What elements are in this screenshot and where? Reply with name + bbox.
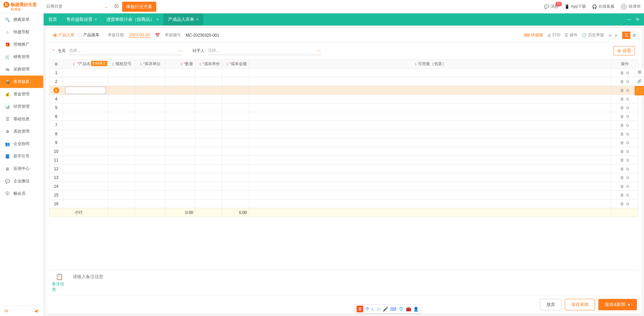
cell-name[interactable] bbox=[63, 69, 108, 77]
table-row[interactable]: 12🗑⧉ bbox=[50, 165, 638, 173]
sidebar-item-3[interactable]: 🛒销售管理 bbox=[0, 51, 43, 63]
settings-button[interactable]: ⚙ 设置 bbox=[613, 46, 635, 55]
cell-name[interactable] bbox=[63, 103, 108, 112]
cell-qty[interactable] bbox=[165, 130, 196, 138]
table-row[interactable]: 11🗑⧉ bbox=[50, 156, 638, 165]
warehouse-select[interactable]: 选择... ⋯ bbox=[68, 46, 182, 55]
cell-available[interactable] bbox=[249, 199, 611, 208]
save-draft-button[interactable]: 保存草稿 bbox=[565, 299, 595, 310]
cell-unit[interactable] bbox=[135, 121, 165, 130]
sidebar-settings-icon[interactable]: ⚙ bbox=[5, 309, 8, 313]
cell-price[interactable] bbox=[196, 121, 222, 130]
print-button[interactable]: 🖨 打印 bbox=[547, 32, 560, 38]
cell-available[interactable] bbox=[249, 138, 611, 147]
table-row[interactable]: 15🗑⧉ bbox=[50, 191, 638, 199]
delete-row-icon[interactable]: 🗑 bbox=[620, 97, 624, 101]
table-row[interactable]: 4🗑⧉ bbox=[50, 95, 638, 103]
sidebar-item-0[interactable]: 🔍搜索菜单 bbox=[0, 13, 43, 26]
sidebar-item-5[interactable]: 📦库存核算 bbox=[0, 76, 43, 88]
cell-available[interactable] bbox=[249, 173, 611, 182]
copy-row-icon[interactable]: ⧉ bbox=[626, 123, 629, 128]
cell-price[interactable] bbox=[196, 191, 222, 199]
delete-row-icon[interactable]: 🗑 bbox=[620, 88, 624, 93]
copy-row-icon[interactable]: ⧉ bbox=[626, 175, 629, 180]
cell-name[interactable] bbox=[63, 173, 108, 182]
float-item-1[interactable]: ▦ bbox=[635, 67, 644, 77]
cell-amount[interactable] bbox=[222, 173, 249, 182]
cell-amount[interactable] bbox=[222, 165, 249, 173]
cell-available[interactable] bbox=[249, 121, 611, 130]
table-row[interactable]: 2🗑⧉ bbox=[50, 77, 638, 86]
cell-unit[interactable] bbox=[135, 182, 165, 191]
cell-spec[interactable] bbox=[108, 103, 135, 112]
delete-row-icon[interactable]: 🗑 bbox=[620, 71, 624, 75]
delete-row-icon[interactable]: 🗑 bbox=[620, 79, 624, 84]
cell-price[interactable] bbox=[196, 138, 222, 147]
sidebar-item-2[interactable]: 🎁营销推广 bbox=[0, 38, 43, 51]
col-price[interactable]: ▲▼*成本单价 bbox=[196, 60, 222, 69]
cell-unit[interactable] bbox=[135, 165, 165, 173]
cell-available[interactable] bbox=[249, 103, 611, 112]
sidebar-item-4[interactable]: 🛍采购管理 bbox=[0, 63, 43, 76]
cell-qty[interactable] bbox=[165, 191, 196, 199]
cell-name[interactable] bbox=[63, 95, 108, 103]
col-available[interactable]: ▲▼可用量（包装） bbox=[249, 60, 611, 69]
cell-name[interactable] bbox=[63, 138, 108, 147]
remarks-input[interactable] bbox=[69, 270, 638, 288]
cell-unit[interactable] bbox=[135, 103, 165, 112]
ime-toolbox-icon[interactable]: 🧰 bbox=[406, 307, 411, 312]
copy-row-icon[interactable]: ⧉ bbox=[626, 167, 629, 171]
product-name-input[interactable] bbox=[65, 87, 106, 94]
table-row[interactable]: 13🗑⧉ bbox=[50, 173, 638, 182]
cell-available[interactable] bbox=[249, 191, 611, 199]
table-row[interactable]: 8🗑⧉ bbox=[50, 130, 638, 138]
cell-qty[interactable] bbox=[165, 182, 196, 191]
cell-qty[interactable] bbox=[165, 86, 196, 95]
sidebar-item-9[interactable]: ⚙系统管理 bbox=[0, 125, 43, 138]
cell-price[interactable] bbox=[196, 86, 222, 95]
scan-entry-badge[interactable]: 扫码录入 bbox=[91, 61, 107, 66]
cell-qty[interactable] bbox=[165, 138, 196, 147]
ime-punct-icon[interactable]: •, bbox=[372, 307, 374, 312]
cell-price[interactable] bbox=[196, 182, 222, 191]
sidebar-item-1[interactable]: ⌂快捷导航 bbox=[0, 26, 43, 38]
cell-amount[interactable] bbox=[222, 191, 249, 199]
delete-row-icon[interactable]: 🗑 bbox=[620, 184, 624, 189]
delete-row-icon[interactable]: 🗑 bbox=[620, 132, 624, 136]
cell-available[interactable] bbox=[249, 95, 611, 103]
close-icon[interactable]: × bbox=[156, 17, 159, 22]
handler-select[interactable]: 选择... ⋯ bbox=[207, 46, 321, 55]
history-button[interactable]: 🕘 历史单据 bbox=[582, 32, 604, 38]
cell-name[interactable] bbox=[63, 191, 108, 199]
cell-unit[interactable] bbox=[135, 199, 165, 208]
cell-spec[interactable] bbox=[108, 165, 135, 173]
cell-price[interactable] bbox=[196, 147, 222, 156]
cell-spec[interactable] bbox=[108, 191, 135, 199]
cell-price[interactable] bbox=[196, 165, 222, 173]
app-download-button[interactable]: 📱 App下载 bbox=[565, 4, 586, 9]
cell-qty[interactable] bbox=[165, 156, 196, 165]
discard-button[interactable]: 放弃 bbox=[540, 299, 561, 310]
radio-product-in[interactable]: 产品入库 bbox=[53, 32, 74, 38]
user-menu[interactable]: 徐泽华 bbox=[621, 3, 641, 10]
cell-qty[interactable] bbox=[165, 173, 196, 182]
view-list-button[interactable]: ☰ bbox=[622, 32, 630, 39]
cell-price[interactable] bbox=[196, 77, 222, 86]
cell-spec[interactable] bbox=[108, 112, 135, 121]
table-row[interactable]: +🗑⧉ bbox=[50, 86, 638, 95]
cell-qty[interactable] bbox=[165, 95, 196, 103]
col-product-name[interactable]: ▲▼ *产品名称ⓘ 扫码录入 bbox=[63, 60, 108, 69]
cell-available[interactable] bbox=[249, 69, 611, 77]
experience-button[interactable]: 体验行业方案 bbox=[122, 2, 156, 12]
cell-amount[interactable] bbox=[222, 69, 249, 77]
cell-spec[interactable] bbox=[108, 69, 135, 77]
table-row[interactable]: 5🗑⧉ bbox=[50, 103, 638, 112]
cell-spec[interactable] bbox=[108, 77, 135, 86]
cell-unit[interactable] bbox=[135, 138, 165, 147]
cell-price[interactable] bbox=[196, 112, 222, 121]
delete-row-icon[interactable]: 🗑 bbox=[620, 140, 624, 145]
copy-row-icon[interactable]: ⧉ bbox=[626, 140, 629, 145]
delete-row-icon[interactable]: 🗑 bbox=[620, 193, 624, 197]
sidebar-item-11[interactable]: 📘新手引导 bbox=[0, 150, 43, 163]
col-amount[interactable]: ▲▼*成本金额 bbox=[222, 60, 249, 69]
